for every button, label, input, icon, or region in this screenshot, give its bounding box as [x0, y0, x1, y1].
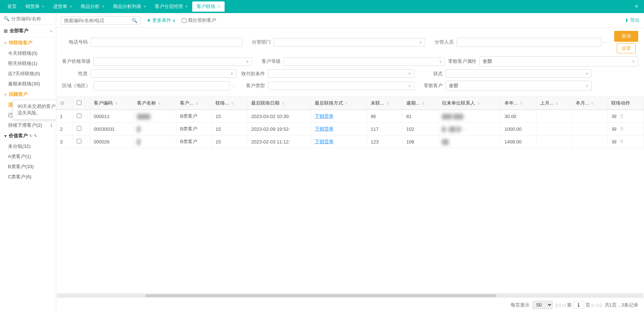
- horizontal-scrollbar[interactable]: [56, 293, 644, 297]
- all-customers-label: 全部客户: [9, 28, 28, 34]
- more-actions-icon[interactable]: ⠿: [620, 114, 624, 119]
- close-icon[interactable]: ×: [218, 4, 220, 9]
- sidebar-search-box[interactable]: 🔍: [0, 13, 56, 25]
- more-icon[interactable]: ···: [603, 40, 607, 45]
- more-icon[interactable]: ···: [231, 83, 235, 89]
- tab-product-list[interactable]: 商品分析列表 ×: [109, 1, 150, 12]
- tab-customer-contact[interactable]: 客户联络 ×: [192, 1, 225, 12]
- col-settings[interactable]: ⚙: [56, 97, 73, 110]
- sidebar-search-input[interactable]: [11, 16, 52, 21]
- my-customers-checkbox-label[interactable]: 我分管的客户: [182, 17, 216, 24]
- sort-icon[interactable]: ⇅: [115, 101, 118, 105]
- query-button[interactable]: 查询: [614, 31, 638, 42]
- arrow-down-icon: ▼: [4, 134, 7, 138]
- scroll-thumb[interactable]: [145, 294, 496, 297]
- sidebar-item-today[interactable]: 今天待联络(0): [0, 48, 56, 58]
- more-filter-button[interactable]: ▼ 更多条件 ∨: [144, 16, 179, 25]
- tab-purchase[interactable]: 进货单 ×: [49, 1, 76, 12]
- sort-icon[interactable]: ⇅: [282, 101, 285, 105]
- export-button[interactable]: ⬆ 导出: [625, 17, 640, 24]
- sort-icon[interactable]: ⇅: [520, 101, 523, 105]
- tab-home[interactable]: 首页: [3, 1, 21, 12]
- sort-icon[interactable]: ⇅: [196, 101, 198, 105]
- sidebar-item-b-class[interactable]: B类客户(33): [0, 162, 56, 172]
- phone-action-icon[interactable]: ☎: [611, 139, 617, 145]
- search-box[interactable]: 🔍: [61, 16, 141, 25]
- sort-icon[interactable]: ⇅: [386, 101, 389, 105]
- sidebar-item-c-class[interactable]: C类客户(6): [0, 172, 56, 182]
- row-last-method[interactable]: 下销货单: [311, 123, 367, 135]
- page-input[interactable]: [573, 301, 584, 309]
- page-size-select[interactable]: 50 20 100: [532, 301, 553, 309]
- row-checkbox[interactable]: [73, 135, 90, 148]
- row-contact-person: █y ██ █3...: [438, 123, 500, 135]
- sort-icon[interactable]: ⇅: [231, 101, 234, 105]
- close-icon[interactable]: ×: [69, 4, 72, 9]
- contact-method-link[interactable]: 下销货单: [315, 113, 334, 119]
- price-tier-select[interactable]: ∨: [93, 57, 252, 66]
- dept-select[interactable]: ∨: [274, 38, 426, 46]
- first-page-icon[interactable]: |◁: [556, 302, 560, 308]
- close-icon[interactable]: ×: [144, 4, 146, 9]
- sort-icon[interactable]: ⇅: [477, 101, 480, 105]
- sidebar-value-group[interactable]: ▼ 价值客户 ↻ ✎: [0, 130, 56, 141]
- customer-level-select[interactable]: ∨: [283, 57, 445, 66]
- sidebar-item-declining[interactable]: 持续下滑客户(2) ℹ: [0, 120, 56, 130]
- row-last-method[interactable]: 下销货单: [311, 110, 367, 123]
- search-icon[interactable]: 🔍: [132, 18, 137, 23]
- zero-retail-select[interactable]: 全部 ∨: [446, 81, 592, 91]
- next-page-icon[interactable]: ▷: [592, 302, 595, 308]
- contact-method-link[interactable]: 下销货单: [315, 139, 334, 144]
- payment-select[interactable]: ∨: [268, 69, 414, 78]
- region-input[interactable]: [93, 81, 230, 90]
- edit-icon[interactable]: ✎: [34, 134, 37, 138]
- phone-action-icon[interactable]: ☎: [611, 114, 617, 119]
- data-table-container: ⚙ 客户编码 ⇅ 客户名称 ⇅ 客户... ⇅: [56, 97, 644, 293]
- settings-button[interactable]: 设置: [617, 43, 636, 53]
- refresh-icon[interactable]: ↻: [29, 134, 32, 138]
- sort-icon[interactable]: ⇅: [591, 101, 594, 105]
- sort-icon[interactable]: ⇅: [555, 101, 558, 105]
- search-input[interactable]: [64, 18, 132, 23]
- sort-icon[interactable]: ⇅: [158, 101, 161, 105]
- sidebar-item-ungrouped[interactable]: 未分组(32): [0, 141, 56, 151]
- more-actions-icon[interactable]: ⠿: [620, 126, 624, 132]
- sidebar-lost-group[interactable]: ▼ 回顾客户: [0, 89, 56, 100]
- select-all-checkbox[interactable]: [77, 100, 81, 105]
- sidebar-pending-group[interactable]: ▼ 待联络客户: [0, 37, 56, 48]
- close-window-icon[interactable]: ×: [632, 3, 641, 10]
- close-icon[interactable]: ×: [102, 4, 104, 9]
- phone-input[interactable]: [90, 38, 242, 47]
- col-checkbox[interactable]: [73, 97, 90, 110]
- tab-customer-tier[interactable]: 客户分层经营 ×: [150, 1, 192, 12]
- sidebar-item-a-class[interactable]: A类客户(1): [0, 151, 56, 162]
- row-checkbox[interactable]: [73, 123, 90, 135]
- filter-customer-type: 客户类型 ∨: [240, 82, 414, 90]
- collapse-icon[interactable]: «: [50, 29, 52, 33]
- prev-page-icon[interactable]: ◁: [562, 302, 565, 308]
- scroll-track[interactable]: [58, 294, 643, 297]
- status-select[interactable]: ∨: [446, 69, 592, 78]
- phone-action-icon[interactable]: ☎: [611, 126, 617, 132]
- sidebar-item-overdue[interactable]: 逾期未联络(30): [0, 79, 56, 89]
- contact-method-link[interactable]: 下销货单: [315, 126, 334, 131]
- sidebar-item-tomorrow[interactable]: 明天待联络(1): [0, 58, 56, 69]
- zero-retail-attr-select[interactable]: 全部 ∨: [479, 56, 638, 66]
- close-icon[interactable]: ×: [185, 4, 188, 9]
- gender-select[interactable]: ∨: [90, 69, 237, 78]
- sidebar-item-7days[interactable]: 近7天待联络(0): [0, 69, 56, 79]
- sidebar-all-customers[interactable]: ⊞ 全部客户 «: [0, 25, 56, 37]
- more-actions-icon[interactable]: ⠿: [620, 139, 624, 145]
- close-icon[interactable]: ×: [42, 4, 44, 9]
- tab-sales[interactable]: 销货单 ×: [21, 1, 49, 12]
- row-checkbox[interactable]: [73, 110, 90, 123]
- tab-product-analysis[interactable]: 商品分析 ×: [76, 1, 109, 12]
- sort-icon[interactable]: ⇅: [422, 101, 424, 105]
- person-input[interactable]: [456, 38, 601, 47]
- row-last-method[interactable]: 下销货单: [311, 135, 367, 148]
- settings-gear-icon[interactable]: ⚙: [60, 100, 65, 106]
- sort-icon[interactable]: ⇅: [345, 101, 348, 105]
- my-customers-checkbox[interactable]: [182, 18, 186, 23]
- customer-type-select[interactable]: ∨: [268, 82, 414, 90]
- last-page-icon[interactable]: ▷|: [597, 302, 601, 308]
